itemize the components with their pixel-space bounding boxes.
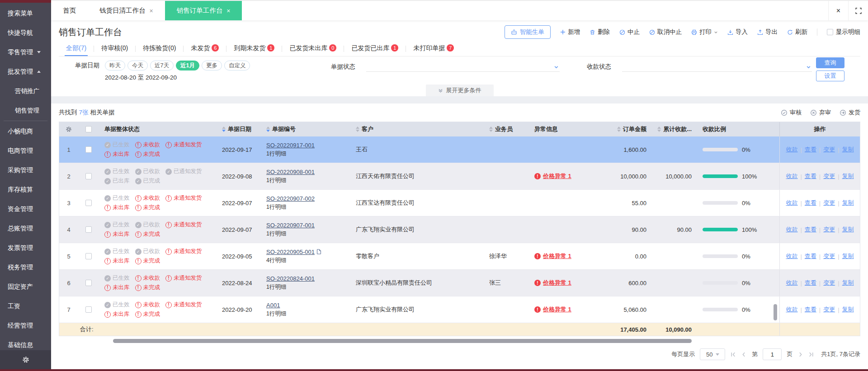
op-change-link[interactable]: 变更 — [823, 225, 835, 234]
exception-link[interactable]: 价格异常 1 — [543, 305, 571, 314]
header-col-8[interactable]: 订单金额 — [612, 122, 654, 136]
filter-tab-5[interactable]: 已发货未出库0 — [288, 41, 338, 56]
op-receive-payment-link[interactable]: 收款 — [786, 279, 797, 287]
sidebar-item-search-menu[interactable]: 搜索菜单 — [0, 4, 51, 23]
export-button[interactable]: 导出 — [757, 28, 778, 36]
op-change-link[interactable]: 变更 — [823, 199, 835, 207]
table-row[interactable]: 5✓已生效✓已收款!未通知发货!未出库!未完成2022-09-05SO-2022… — [59, 243, 860, 270]
op-change-link[interactable]: 变更 — [823, 279, 835, 287]
row-checkbox[interactable] — [85, 280, 92, 286]
header-col-6[interactable]: 业务员 — [489, 122, 534, 136]
sidebar-item-wholesale-mgmt[interactable]: 批发管理 — [0, 62, 51, 81]
prev-page-icon[interactable] — [741, 352, 747, 357]
op-copy-link[interactable]: 复制 — [842, 199, 854, 207]
settings-button[interactable]: 设置 — [816, 70, 844, 81]
date-quick-pill-0[interactable]: 昨天 — [105, 61, 125, 70]
table-row[interactable]: 6✓已生效!未收款!未通知发货!未出库!未完成2022-08-24SO-2022… — [59, 270, 860, 296]
smart-generate-button[interactable]: 智能生单 — [505, 25, 551, 39]
horizontal-scrollbar-thumb[interactable] — [113, 339, 692, 343]
sidebar-item-general-ledger[interactable]: 总账管理 — [0, 219, 51, 238]
filter-tab-7[interactable]: 未打印单据7 — [412, 41, 455, 56]
sort-icon[interactable] — [489, 127, 493, 132]
row-checkbox[interactable] — [85, 146, 92, 153]
row-checkbox[interactable] — [85, 306, 92, 313]
sidebar-item-xiaochang-ecommerce[interactable]: 小畅电商 — [0, 122, 51, 141]
op-receive-payment-link[interactable]: 收款 — [786, 252, 797, 260]
op-copy-link[interactable]: 复制 — [842, 225, 854, 234]
op-receive-payment-link[interactable]: 收款 — [786, 172, 797, 180]
sidebar-item-ecommerce-mgmt[interactable]: 电商管理 — [0, 141, 51, 160]
per-page-select[interactable]: 50 — [700, 348, 725, 360]
sidebar-item-inventory-accounting[interactable]: 库存核算 — [0, 180, 51, 199]
order-number-link[interactable]: SO-20220907-001 — [266, 222, 315, 229]
date-quick-pill-1[interactable]: 今天 — [127, 61, 148, 70]
order-number-link[interactable]: SO-20220905-001 — [266, 249, 321, 255]
show-detail-checkbox[interactable]: 显示明细 — [827, 28, 860, 36]
order-number-link[interactable]: SO-20220908-001 — [266, 169, 315, 175]
select-all-checkbox[interactable] — [78, 122, 99, 136]
op-view-link[interactable]: 查看 — [805, 252, 816, 260]
op-view-link[interactable]: 查看 — [805, 305, 816, 314]
op-view-link[interactable]: 查看 — [805, 199, 816, 207]
op-view-link[interactable]: 查看 — [805, 172, 816, 180]
batch-action-unaudit[interactable]: 弃审 — [810, 108, 831, 117]
op-view-link[interactable]: 查看 — [805, 146, 816, 154]
expand-more-button[interactable]: 展开更多条件 — [426, 85, 494, 96]
header-col-5[interactable]: 客户 — [356, 122, 489, 136]
op-copy-link[interactable]: 复制 — [842, 305, 854, 314]
op-receive-payment-link[interactable]: 收款 — [786, 199, 797, 207]
sort-icon[interactable] — [617, 127, 621, 132]
cancel-abort-button[interactable]: 取消中止 — [649, 28, 682, 36]
order-number-link[interactable]: A001 — [266, 302, 286, 309]
first-page-icon[interactable] — [730, 352, 736, 357]
order-number-link[interactable]: SO-20220824-001 — [266, 275, 315, 282]
filter-tab-1[interactable]: 待审核(0) — [100, 41, 129, 56]
add-button[interactable]: 新增 — [560, 28, 580, 36]
tab-sales-order-workbench[interactable]: 销售订单工作台× — [165, 1, 242, 20]
sidebar-item-operation-mgmt[interactable]: 经营管理 — [0, 316, 51, 335]
next-page-icon[interactable] — [797, 352, 803, 357]
sort-icon[interactable] — [266, 127, 270, 132]
op-receive-payment-link[interactable]: 收款 — [786, 146, 797, 154]
op-view-link[interactable]: 查看 — [805, 225, 816, 234]
column-settings-gear-icon[interactable] — [59, 122, 78, 136]
filter-tab-4[interactable]: 到期未发货1 — [232, 41, 276, 56]
table-row[interactable]: 1✓已生效!未收款!未通知发货!未出库!未完成2022-09-17SO-2022… — [59, 136, 860, 163]
op-change-link[interactable]: 变更 — [823, 146, 835, 154]
table-row[interactable]: 7✓已生效!未收款!未通知发货!未出库!未完成2022-09-20A0011行明… — [59, 296, 860, 323]
vertical-scrollbar-thumb[interactable] — [774, 304, 777, 320]
sidebar-item-retail-mgmt[interactable]: 零售管理 — [0, 42, 51, 62]
last-page-icon[interactable] — [808, 352, 814, 357]
fullscreen-icon[interactable] — [848, 1, 868, 20]
exception-link[interactable]: 价格异常 1 — [543, 279, 571, 287]
batch-action-audit[interactable]: 审核 — [781, 108, 802, 117]
sidebar-item-marketing-promotion[interactable]: 营销推广 — [0, 81, 51, 101]
header-col-9[interactable]: 累计收款... — [654, 122, 699, 136]
order-number-link[interactable]: SO-20220907-002 — [266, 195, 315, 202]
op-change-link[interactable]: 变更 — [823, 172, 835, 180]
payment-status-select[interactable] — [622, 62, 812, 72]
op-copy-link[interactable]: 复制 — [842, 172, 854, 180]
import-button[interactable]: 导入 — [727, 28, 748, 36]
print-button[interactable]: 打印 — [691, 28, 718, 36]
row-checkbox[interactable] — [85, 173, 92, 179]
close-icon[interactable]: × — [828, 1, 848, 20]
exception-link[interactable]: 价格异常 1 — [543, 172, 571, 180]
batch-action-ship[interactable]: 发货 — [840, 108, 860, 117]
row-checkbox[interactable] — [85, 253, 92, 259]
table-row[interactable]: 4✓已生效✓已收款!未通知发货!未出库!未完成2022-09-07SO-2022… — [59, 216, 860, 243]
sidebar-item-quick-nav[interactable]: 快捷导航 — [0, 23, 51, 42]
op-change-link[interactable]: 变更 — [823, 252, 835, 260]
op-receive-payment-link[interactable]: 收款 — [786, 225, 797, 234]
sidebar-item-payroll[interactable]: 工资 — [0, 296, 51, 316]
delete-button[interactable]: 删除 — [590, 28, 610, 36]
sort-icon[interactable] — [222, 127, 226, 132]
filter-tab-3[interactable]: 未发货6 — [189, 41, 220, 56]
row-checkbox[interactable] — [85, 200, 92, 206]
filter-tab-2[interactable]: 待拣验货(0) — [142, 41, 177, 56]
close-tab-icon[interactable]: × — [150, 7, 153, 14]
op-view-link[interactable]: 查看 — [805, 279, 816, 287]
order-number-link[interactable]: SO-20220917-001 — [266, 142, 315, 149]
op-copy-link[interactable]: 复制 — [842, 252, 854, 260]
close-tab-icon[interactable]: × — [226, 7, 230, 14]
